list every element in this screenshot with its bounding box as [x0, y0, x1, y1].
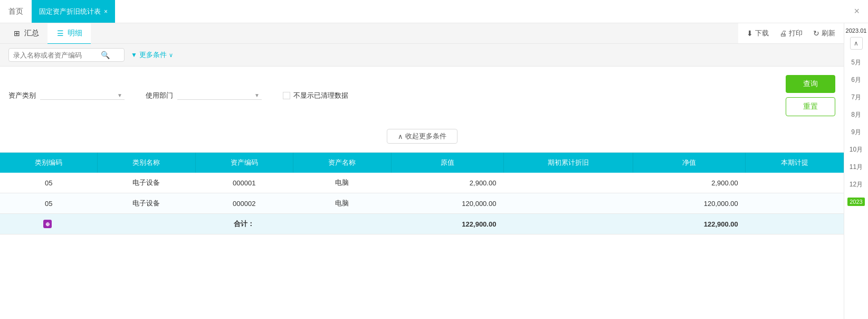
- reset-button[interactable]: 重置: [786, 97, 835, 116]
- download-button[interactable]: ⬇ 下载: [747, 29, 769, 38]
- table-header-row: 类别编码 类别名称 资产编码 资产名称 原值 期初累计折旧 净值 本期计提: [0, 153, 844, 173]
- active-tab[interactable]: 固定资产折旧统计表 ×: [32, 0, 115, 23]
- asset-category-select[interactable]: ▼: [40, 91, 125, 100]
- collapse-label: 收起更多条件: [405, 132, 446, 141]
- cell-current-depreciation: [746, 173, 844, 193]
- right-sidebar: 2023.01 ∧ 5月 6月 7月 8月 9月 10月 11月 12月 202…: [844, 23, 868, 319]
- cell-asset-name: 电脑: [293, 173, 392, 193]
- tab-summary[interactable]: ⊞ 汇总: [4, 23, 47, 44]
- print-button[interactable]: 🖨 打印: [779, 29, 803, 38]
- search-input[interactable]: [13, 51, 98, 59]
- cell-category-code: 05: [0, 193, 97, 214]
- cell-total-accumulated: [503, 214, 633, 234]
- cell-total-icon: ⊕: [0, 214, 97, 234]
- more-conditions-button[interactable]: ▼ 更多条件 ∨: [131, 50, 173, 60]
- search-row: 🔍 ▼ 更多条件 ∨: [0, 44, 844, 67]
- table-total-row: ⊕ 合计： 122,900.00 122,900.00: [0, 214, 844, 234]
- col-original-value: 原值: [391, 153, 503, 173]
- checkbox-icon: [283, 92, 290, 99]
- left-panel: ⊞ 汇总 ☰ 明细 ⬇ 下载 🖨 打印 ↻: [0, 23, 844, 319]
- collapse-icon: ∧: [398, 133, 403, 140]
- month-10[interactable]: 10月: [844, 143, 868, 156]
- cell-net-value: 2,900.00: [633, 173, 746, 193]
- month-5[interactable]: 5月: [844, 56, 868, 69]
- department-label: 使用部门: [146, 91, 173, 100]
- cell-net-value: 120,000.00: [633, 193, 746, 214]
- table-row: 05 电子设备 000002 电脑 120,000.00 120,000.00: [0, 193, 844, 214]
- month-11[interactable]: 11月: [844, 161, 868, 174]
- more-conditions-label: 更多条件: [139, 50, 167, 60]
- year-badge[interactable]: 2023: [847, 198, 864, 206]
- table-area: 类别编码 类别名称 资产编码 资产名称 原值 期初累计折旧 净值 本期计提 05…: [0, 153, 844, 319]
- refresh-button[interactable]: ↻ 刷新: [813, 29, 835, 38]
- date-label: 2023.01: [846, 27, 867, 34]
- print-label: 打印: [789, 29, 803, 38]
- month-8[interactable]: 8月: [844, 108, 868, 121]
- cell-accumulated-depreciation: [503, 193, 633, 214]
- department-chevron: ▼: [254, 92, 260, 98]
- hide-cleared-checkbox[interactable]: 不显示已清理数据: [283, 91, 348, 100]
- sidebar-arrow-up[interactable]: ∧: [850, 37, 863, 50]
- cell-asset-code: 000001: [195, 173, 293, 193]
- cell-original-value: 2,900.00: [391, 173, 503, 193]
- month-6[interactable]: 6月: [844, 73, 868, 87]
- col-category-code: 类别编码: [0, 153, 97, 173]
- tab-title: 固定资产折旧统计表: [39, 7, 101, 16]
- layers-icon: ⊞: [13, 29, 21, 37]
- cell-original-value: 120,000.00: [391, 193, 503, 214]
- tab-detail-label: 明细: [68, 29, 82, 38]
- window-close-button[interactable]: ×: [854, 6, 860, 17]
- cell-category-code: 05: [0, 173, 97, 193]
- top-nav: 首页 固定资产折旧统计表 × ×: [0, 0, 868, 23]
- month-7[interactable]: 7月: [844, 91, 868, 104]
- print-icon: 🖨: [779, 29, 787, 37]
- department-select[interactable]: ▼: [177, 91, 262, 100]
- hide-cleared-label: 不显示已清理数据: [293, 91, 348, 100]
- tab-close-icon[interactable]: ×: [104, 8, 108, 15]
- cell-asset-code: 000002: [195, 193, 293, 214]
- chevron-down-icon: ∨: [169, 52, 173, 59]
- asset-category-label: 资产类别: [8, 91, 36, 100]
- collapse-row: ∧ 收起更多条件: [8, 125, 835, 144]
- month-9[interactable]: 9月: [844, 126, 868, 139]
- filter-asset-category: 资产类别 ▼: [8, 91, 125, 100]
- col-asset-code: 资产编码: [195, 153, 293, 173]
- filter-department: 使用部门 ▼: [146, 91, 262, 100]
- cell-accumulated-depreciation: [503, 173, 633, 193]
- table-row: 05 电子设备 000001 电脑 2,900.00 2,900.00: [0, 173, 844, 193]
- filter-icon: ▼: [131, 51, 137, 59]
- collapse-button[interactable]: ∧ 收起更多条件: [387, 129, 457, 144]
- download-label: 下载: [755, 29, 769, 38]
- main-content: ⊞ 汇总 ☰ 明细 ⬇ 下载 🖨 打印 ↻: [0, 23, 868, 319]
- cell-current-depreciation: [746, 193, 844, 214]
- asset-category-chevron: ▼: [117, 92, 122, 98]
- refresh-icon: ↻: [813, 29, 819, 37]
- refresh-label: 刷新: [822, 29, 835, 38]
- tab-summary-label: 汇总: [24, 29, 39, 38]
- col-current-depreciation: 本期计提: [746, 153, 844, 173]
- cell-total-current: [746, 214, 844, 234]
- cell-category-name: 电子设备: [97, 193, 195, 214]
- cell-asset-name: 电脑: [293, 193, 392, 214]
- cell-total-label: 合计：: [97, 214, 391, 234]
- filter-actions: 查询 重置: [786, 75, 835, 116]
- filter-panel: 资产类别 ▼ 使用部门 ▼ 不显示已清理数据: [0, 67, 844, 153]
- query-button[interactable]: 查询: [786, 75, 835, 93]
- arrow-up-icon: ∧: [854, 40, 859, 47]
- col-asset-name: 资产名称: [293, 153, 392, 173]
- toolbar: ⬇ 下载 🖨 打印 ↻ 刷新: [738, 23, 844, 43]
- tab-detail[interactable]: ☰ 明细: [47, 23, 91, 44]
- search-icon[interactable]: 🔍: [101, 51, 110, 59]
- cell-total-net-value: 122,900.00: [633, 214, 746, 234]
- data-table: 类别编码 类别名称 资产编码 资产名称 原值 期初累计折旧 净值 本期计提 05…: [0, 153, 844, 234]
- month-12[interactable]: 12月: [844, 178, 868, 191]
- download-icon: ⬇: [747, 29, 753, 37]
- cell-category-name: 电子设备: [97, 173, 195, 193]
- search-input-wrap[interactable]: 🔍: [8, 48, 125, 62]
- col-category-name: 类别名称: [97, 153, 195, 173]
- cell-total-original-value: 122,900.00: [391, 214, 503, 234]
- col-accumulated-depreciation: 期初累计折旧: [503, 153, 633, 173]
- total-icon: ⊕: [43, 220, 52, 228]
- home-link[interactable]: 首页: [8, 7, 23, 16]
- col-net-value: 净值: [633, 153, 746, 173]
